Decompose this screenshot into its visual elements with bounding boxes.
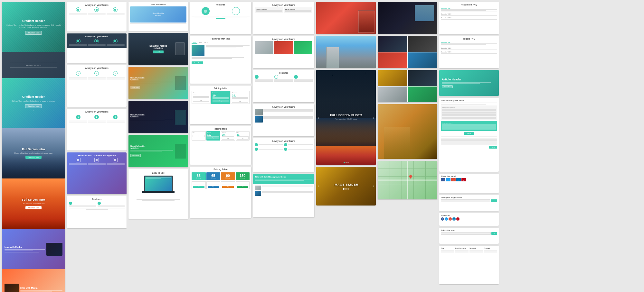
col-7 xyxy=(378,2,437,199)
card-title: Gradient Header xyxy=(22,19,45,23)
pricing-table-3: Pricing Table 35 GB Storage 65 GB Storag… xyxy=(190,167,251,218)
photo-sandy-building xyxy=(378,104,437,159)
follow-title: Follow us xyxy=(441,214,497,216)
image-slider-title: IMAGE SLIDER xyxy=(334,183,358,186)
image-slider: IMAGE SLIDER ‹ › xyxy=(316,167,376,205)
intro-media-title-2: Intro with Media xyxy=(20,287,62,289)
always-terms-6: Always on your terms xyxy=(253,36,314,68)
full-screen-btn-1[interactable]: Start from here xyxy=(25,156,41,159)
footer-col1: Title xyxy=(441,247,454,249)
full-screen-subtitle-2: Click any Start from here button. xyxy=(22,203,45,205)
title-solid-text: Title with Solid Background Color xyxy=(255,176,312,178)
map-section xyxy=(378,161,437,199)
accordion-faq: Accordion FAQ Accordion Title 1 Accordio… xyxy=(439,2,499,34)
col-4: Features Feat xyxy=(190,2,251,218)
beautiful-mobile-2: Beautiful mobilewebsites Learn More xyxy=(128,67,188,99)
card-subtitle: Click any 'Start from here' button below… xyxy=(6,24,61,29)
card-subtitle-2: Click any 'Start from here' button below… xyxy=(12,100,55,103)
always-terms-3: Always on your terms 1 2 3 xyxy=(67,65,127,107)
dark-panel-1: Always on your terms xyxy=(2,52,65,78)
gradient-header-card-2[interactable]: Gradient Header Click any 'Start from he… xyxy=(2,78,65,128)
intro-media-card-1[interactable]: Intro with Media xyxy=(2,229,65,269)
col-2: Always on your terms xyxy=(67,2,127,228)
col-1: Gradient Header Click any 'Start from he… xyxy=(2,2,65,292)
full-screen-intro-2[interactable]: Full Screen Intro Click any Start from h… xyxy=(2,178,65,229)
start-btn-2[interactable]: Start from here xyxy=(25,104,42,108)
suggestions-title: Send your suggestions xyxy=(441,196,497,198)
features-col5: Features xyxy=(253,70,314,102)
full-screen-intro-1[interactable]: Full Screen Intro Click any Start from h… xyxy=(2,128,65,178)
send-suggestions: Send your suggestions xyxy=(439,195,499,211)
full-slider-title: FULL SCREEN SLIDER xyxy=(330,114,362,117)
photo-sky-building xyxy=(316,36,376,68)
accordion-title: Accordion FAQ xyxy=(441,4,497,6)
always-terms-1: Always on your terms xyxy=(67,2,127,32)
subscribe: Subscribe now! Go xyxy=(439,228,499,244)
col-5: Always on your terms ▸ What is Material … xyxy=(253,2,314,217)
full-screen-title-1: Full Screen Intro xyxy=(22,148,45,151)
share-title: Share this page! xyxy=(441,175,497,177)
beautiful-mobile-3: Beautiful mobilewebsites xyxy=(128,101,188,133)
footer-col2: Our Company xyxy=(455,247,469,249)
always-terms-5: Always on your terms ▸ What is Material … xyxy=(253,2,314,34)
features-gradient-bg: Features with Gradient Background xyxy=(67,152,127,194)
features-tabs: Features with tabs Tab 1 Tab 2 Tab 3 xyxy=(190,36,251,84)
easy-to-use: Easy to use xyxy=(128,169,188,219)
beautiful-mobile-1: Beautiful mobilewebsites Learn More xyxy=(128,33,188,65)
toggle-faq-title: Toggle FAQ xyxy=(441,38,497,40)
beautiful-mobile-4: Beautiful mobilewebsites Learn More xyxy=(128,135,188,167)
photo-buildings-grid-2 xyxy=(378,70,437,102)
full-screen-title-2: Full Screen Intro xyxy=(22,198,45,201)
intro-media-light: Intro with Media Beautiful mobilewebsite… xyxy=(128,2,188,31)
always-terms-8: Always on your terms xyxy=(253,138,314,172)
photo-card-top xyxy=(378,2,437,34)
subscribe-title: Subscribe now! xyxy=(441,229,497,231)
photo-red-building xyxy=(316,2,376,34)
full-slider-subtitle: From more than 500,000 users. xyxy=(335,118,357,120)
photo-buildings-grid xyxy=(378,36,437,68)
follow-us: Follow us f t g in p xyxy=(439,213,499,226)
article-header-gray: Article title goes here Write your sugge… xyxy=(439,98,499,172)
toggle-faq: Toggle FAQ Accordion Title 1 Accordion T… xyxy=(439,36,499,68)
article-header-title: Article Header xyxy=(442,78,496,81)
full-screen-subtitle-1: Click any Start from here button to crea… xyxy=(14,152,53,154)
footer-col4: Contact xyxy=(484,247,497,249)
article-header-teal: Article Header Read More xyxy=(439,70,499,96)
full-screen-slider: FULL SCREEN SLIDER From more than 500,00… xyxy=(316,70,376,165)
col-8: Accordion FAQ Accordion Title 1 Accordio… xyxy=(439,2,499,284)
full-screen-btn-2[interactable]: Start from here xyxy=(25,206,41,209)
always-terms-4: Always on your terms 1 2 3 xyxy=(67,109,127,151)
intro-media-card-2[interactable]: Intro with Media xyxy=(2,269,65,292)
gradient-header-card-1[interactable]: Gradient Header Click any 'Start from he… xyxy=(2,2,65,52)
always-terms-7: Always on your terms xyxy=(253,104,314,136)
features-col4: Features xyxy=(190,2,251,34)
pricing-table-2: Pricing table Plan Buy Business 19. Buy xyxy=(190,126,251,165)
title-solid-bg: Title with Solid Background Color xyxy=(253,174,314,217)
intro-media-title-1: Intro with Media xyxy=(5,246,45,248)
card-title-2: Gradient Header xyxy=(22,95,45,98)
main-layout: Gradient Header Click any 'Start from he… xyxy=(0,0,644,292)
footer-col3: Support xyxy=(469,247,483,249)
col-3: Intro with Media Beautiful mobilewebsite… xyxy=(128,2,188,219)
share-page: Share this page! f t g+ in p xyxy=(439,174,499,193)
footer-section: Title Our Company Support xyxy=(439,246,499,284)
always-terms-2-dark: Always on your terms xyxy=(67,33,127,63)
pricing-table-1: Pricing table Plan ──── Buy Business 19. xyxy=(190,86,251,124)
col-6: FULL SCREEN SLIDER From more than 500,00… xyxy=(316,2,376,205)
features-plain: Features xyxy=(67,196,127,228)
article-header-gray-title: Article title goes here xyxy=(441,99,497,102)
start-btn-1[interactable]: Start from here xyxy=(25,31,42,35)
